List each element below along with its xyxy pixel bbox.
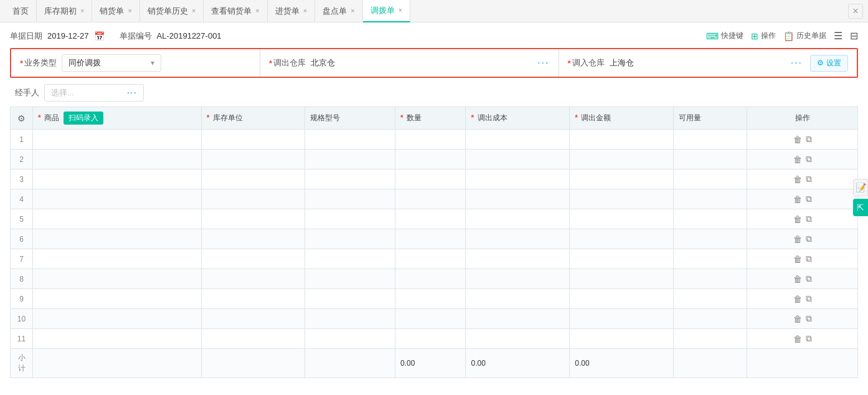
amount-cell[interactable]	[570, 309, 674, 329]
available-cell[interactable]	[674, 209, 747, 229]
delete-icon[interactable]: 🗑	[793, 155, 802, 164]
cost-cell[interactable]	[466, 289, 570, 309]
unit-cell[interactable]	[201, 269, 305, 289]
product-cell[interactable]	[33, 169, 202, 189]
available-cell[interactable]	[674, 189, 747, 209]
available-cell[interactable]	[674, 269, 747, 289]
unit-cell[interactable]	[201, 150, 305, 169]
close-icon[interactable]: ×	[351, 7, 354, 14]
cost-cell[interactable]	[466, 229, 570, 249]
amount-cell[interactable]	[570, 189, 674, 209]
delete-icon[interactable]: 🗑	[793, 214, 802, 224]
table-settings-icon[interactable]: ⚙	[17, 113, 26, 123]
spec-cell[interactable]	[305, 249, 395, 269]
delete-icon[interactable]: 🗑	[793, 314, 802, 324]
unit-cell[interactable]	[201, 130, 305, 150]
qty-cell[interactable]	[395, 249, 466, 269]
product-cell[interactable]	[33, 130, 202, 150]
to-warehouse-more-icon[interactable]: ···	[791, 57, 803, 69]
history-button[interactable]: 📋 历史单据	[783, 31, 826, 41]
unit-cell[interactable]	[201, 309, 305, 329]
tab-purchase-order[interactable]: 进货单 ×	[268, 0, 315, 22]
close-icon[interactable]: ×	[80, 7, 84, 14]
calendar-icon[interactable]: 📅	[94, 31, 105, 41]
delete-icon[interactable]: 🗑	[793, 254, 802, 264]
available-cell[interactable]	[674, 289, 747, 309]
person-selector[interactable]: 选择... ···	[44, 84, 144, 102]
tab-sales-history[interactable]: 销货单历史 ×	[140, 0, 204, 22]
close-icon[interactable]: ×	[192, 7, 196, 14]
amount-cell[interactable]	[570, 229, 674, 249]
tab-inventory-init[interactable]: 库存期初 ×	[37, 0, 92, 22]
product-cell[interactable]	[33, 289, 202, 309]
qty-cell[interactable]	[395, 150, 466, 169]
operations-button[interactable]: ⊞ 操作	[751, 31, 776, 41]
unit-cell[interactable]	[201, 289, 305, 309]
spec-cell[interactable]	[305, 150, 395, 169]
amount-cell[interactable]	[570, 130, 674, 150]
qty-cell[interactable]	[395, 289, 466, 309]
copy-icon[interactable]: ⧉	[806, 274, 812, 284]
spec-cell[interactable]	[305, 169, 395, 189]
copy-icon[interactable]: ⧉	[806, 174, 812, 184]
amount-cell[interactable]	[570, 289, 674, 309]
amount-cell[interactable]	[570, 269, 674, 289]
product-cell[interactable]	[33, 189, 202, 209]
spec-cell[interactable]	[305, 130, 395, 150]
close-icon[interactable]: ×	[255, 7, 259, 14]
copy-icon[interactable]: ⧉	[806, 134, 812, 145]
unit-cell[interactable]	[201, 329, 305, 349]
copy-icon[interactable]: ⧉	[806, 333, 812, 344]
qty-cell[interactable]	[395, 169, 466, 189]
settings-col-header[interactable]: ⚙	[11, 107, 33, 130]
biz-type-dropdown[interactable]: 同价调拨 ▾	[62, 54, 161, 72]
cost-cell[interactable]	[466, 249, 570, 269]
tab-stocktake[interactable]: 盘点单 ×	[315, 0, 362, 22]
amount-cell[interactable]	[570, 209, 674, 229]
cost-cell[interactable]	[466, 189, 570, 209]
available-cell[interactable]	[674, 130, 747, 150]
cost-cell[interactable]	[466, 209, 570, 229]
unit-cell[interactable]	[201, 189, 305, 209]
product-cell[interactable]	[33, 150, 202, 169]
export-button[interactable]: ⇱	[853, 199, 868, 216]
delete-icon[interactable]: 🗑	[793, 135, 802, 145]
cost-cell[interactable]	[466, 130, 570, 150]
product-cell[interactable]	[33, 209, 202, 229]
from-warehouse-more-icon[interactable]: ···	[537, 57, 549, 69]
copy-icon[interactable]: ⧉	[806, 254, 812, 264]
qty-cell[interactable]	[395, 269, 466, 289]
product-cell[interactable]	[33, 329, 202, 349]
spec-cell[interactable]	[305, 269, 395, 289]
close-icon[interactable]: ×	[399, 7, 402, 14]
qty-cell[interactable]	[395, 130, 466, 150]
settings-button[interactable]: ⚙ 设置	[810, 55, 848, 72]
qty-cell[interactable]	[395, 209, 466, 229]
spec-cell[interactable]	[305, 189, 395, 209]
shortcuts-button[interactable]: ⌨ 快捷键	[706, 31, 743, 41]
spec-cell[interactable]	[305, 289, 395, 309]
product-cell[interactable]	[33, 309, 202, 329]
cost-cell[interactable]	[466, 269, 570, 289]
tab-home[interactable]: 首页	[5, 0, 37, 22]
cost-cell[interactable]	[466, 329, 570, 349]
close-icon[interactable]: ×	[303, 7, 307, 14]
copy-icon[interactable]: ⧉	[806, 214, 812, 224]
qty-cell[interactable]	[395, 189, 466, 209]
window-close-button[interactable]: ×	[848, 4, 863, 19]
notes-button[interactable]: 📝	[853, 179, 868, 196]
spec-cell[interactable]	[305, 309, 395, 329]
product-cell[interactable]	[33, 269, 202, 289]
copy-icon[interactable]: ⧉	[806, 194, 812, 204]
available-cell[interactable]	[674, 229, 747, 249]
available-cell[interactable]	[674, 150, 747, 169]
amount-cell[interactable]	[570, 150, 674, 169]
tab-sales-order[interactable]: 销货单 ×	[92, 0, 139, 22]
qty-cell[interactable]	[395, 309, 466, 329]
unit-cell[interactable]	[201, 229, 305, 249]
unit-cell[interactable]	[201, 169, 305, 189]
available-cell[interactable]	[674, 309, 747, 329]
cost-cell[interactable]	[466, 309, 570, 329]
layout-list-button[interactable]: ☰	[834, 30, 842, 42]
qty-cell[interactable]	[395, 329, 466, 349]
